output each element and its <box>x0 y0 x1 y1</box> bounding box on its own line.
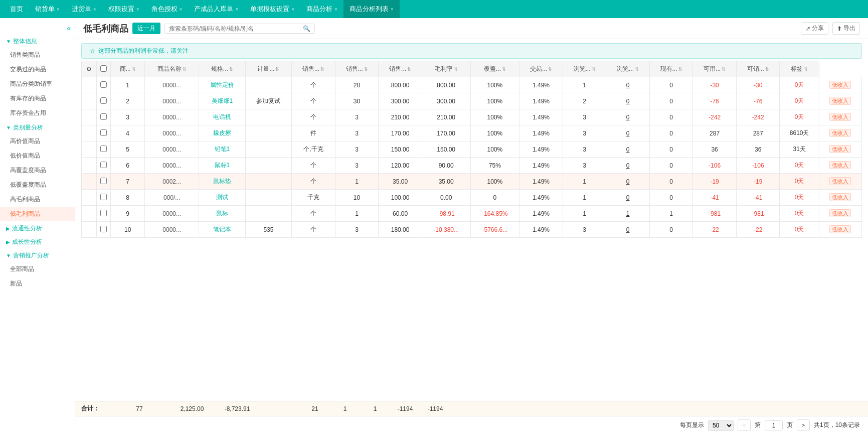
row-gear[interactable] <box>82 93 97 109</box>
col-profit[interactable]: 销售...⇅ <box>379 61 422 77</box>
prev-page-btn[interactable]: ＜ <box>738 419 751 431</box>
nav-item-products[interactable]: 产成品入库单 × <box>188 0 244 18</box>
nav-item-template[interactable]: 单据模板设置 × <box>244 0 300 18</box>
sidebar-collapse-btn[interactable]: « <box>0 22 75 34</box>
col-spec[interactable]: 规格...⇅ <box>199 61 246 77</box>
search-icon[interactable]: 🔍 <box>303 25 310 32</box>
nav-item-sales[interactable]: 销货单 × <box>29 0 66 18</box>
row-name[interactable]: 铅笔1 <box>199 141 246 158</box>
sidebar-item-high-value[interactable]: 高价值商品 <box>0 134 75 149</box>
col-current[interactable]: 现有...⇅ <box>649 61 693 77</box>
sidebar-item-high-margin[interactable]: 高毛利商品 <box>0 192 75 207</box>
col-views1[interactable]: 浏览...⇅ <box>563 61 606 77</box>
row-views1[interactable]: 0 <box>606 158 650 174</box>
row-checkbox[interactable] <box>97 222 111 238</box>
sidebar-group-marketing[interactable]: ▼ 营销推广分析 <box>0 248 75 262</box>
row-checkbox[interactable] <box>97 206 111 222</box>
row-views1[interactable]: 0 <box>606 174 650 190</box>
row-views1[interactable]: 0 <box>606 109 650 125</box>
row-checkbox[interactable] <box>97 174 111 190</box>
row-views1[interactable]: 0 <box>606 93 650 109</box>
sidebar-item-low-value[interactable]: 低价值商品 <box>0 149 75 163</box>
col-qty[interactable]: 销售...⇅ <box>292 61 335 77</box>
row-name[interactable]: 测试 <box>199 190 246 206</box>
export-btn[interactable]: ⬆ 导出 <box>832 22 860 35</box>
row-gear[interactable] <box>82 222 97 238</box>
col-trades[interactable]: 交易...⇅ <box>519 61 563 77</box>
nav-close-sales[interactable]: × <box>57 7 60 12</box>
row-checkbox[interactable] <box>97 109 111 125</box>
row-views1[interactable]: 1 <box>606 206 650 222</box>
nav-item-analysis[interactable]: 商品分析 × <box>300 0 343 18</box>
nav-close-roles[interactable]: × <box>180 7 183 12</box>
row-name[interactable]: 鼠标1 <box>199 158 246 174</box>
col-code[interactable]: 商...⇅ <box>111 61 145 77</box>
sidebar-item-new-goods[interactable]: 新品 <box>0 276 75 291</box>
sidebar-group-flow[interactable]: ▶ 流通性分析 <box>0 221 75 235</box>
row-gear[interactable] <box>82 125 97 141</box>
nav-close-analysis[interactable]: × <box>334 7 337 12</box>
row-gear[interactable] <box>82 206 97 222</box>
sidebar-item-category-rate[interactable]: 商品分类助销率 <box>0 77 75 91</box>
sidebar-item-traded-goods[interactable]: 交易过的商品 <box>0 62 75 77</box>
share-btn[interactable]: ↗ 分享 <box>801 22 828 35</box>
row-gear[interactable] <box>82 141 97 158</box>
row-checkbox[interactable] <box>97 158 111 174</box>
sidebar-item-all-goods[interactable]: 全部商品 <box>0 262 75 276</box>
row-views1[interactable]: 0 <box>606 77 650 93</box>
col-available[interactable]: 可用...⇅ <box>693 61 737 77</box>
col-amount[interactable]: 销售...⇅ <box>335 61 379 77</box>
row-views1[interactable]: 0 <box>606 222 650 238</box>
col-tag[interactable]: 标签⇅ <box>780 61 819 77</box>
row-name[interactable]: 鼠标垫 <box>199 174 246 190</box>
col-name[interactable]: 商品名称⇅ <box>145 61 199 77</box>
col-gear[interactable]: ⚙ <box>82 61 97 77</box>
row-gear[interactable] <box>82 190 97 206</box>
row-gear[interactable] <box>82 174 97 190</box>
nav-close-permissions[interactable]: × <box>136 7 139 12</box>
select-all-checkbox[interactable] <box>100 65 107 72</box>
nav-item-roles[interactable]: 角色授权 × <box>145 0 189 18</box>
nav-close-template[interactable]: × <box>291 7 294 12</box>
row-views1[interactable]: 0 <box>606 141 650 158</box>
row-gear[interactable] <box>82 158 97 174</box>
col-unit[interactable]: 计量...⇅ <box>245 61 292 77</box>
sidebar-item-inventory-goods[interactable]: 有库存的商品 <box>0 91 75 106</box>
sidebar-item-sales-goods[interactable]: 销售类商品 <box>0 48 75 62</box>
row-gear[interactable] <box>82 77 97 93</box>
row-name[interactable]: 电话机 <box>199 109 246 125</box>
col-margin[interactable]: 毛利率⇅ <box>422 61 470 77</box>
current-page-input[interactable] <box>765 420 783 430</box>
nav-close-analysis-list[interactable]: × <box>391 7 394 12</box>
row-checkbox[interactable] <box>97 125 111 141</box>
sidebar-item-high-coverage[interactable]: 高覆盖度商品 <box>0 163 75 178</box>
filter-month-btn[interactable]: 近一月 <box>132 23 160 34</box>
nav-item-purchase[interactable]: 进货单 × <box>66 0 102 18</box>
sidebar-group-overall[interactable]: ▼ 整体信息 <box>0 34 75 48</box>
row-checkbox[interactable] <box>97 77 111 93</box>
row-name[interactable]: 吴细细1 <box>199 93 246 109</box>
row-views1[interactable]: 0 <box>606 190 650 206</box>
row-checkbox[interactable] <box>97 141 111 158</box>
nav-close-purchase[interactable]: × <box>93 7 96 12</box>
col-coverage[interactable]: 覆盖...⇅ <box>470 61 519 77</box>
nav-item-permissions[interactable]: 权限设置 × <box>102 0 145 18</box>
row-name[interactable]: 橡皮擦 <box>199 125 246 141</box>
search-input[interactable] <box>169 25 303 32</box>
nav-item-home[interactable]: 首页 <box>4 0 29 18</box>
row-checkbox[interactable] <box>97 93 111 109</box>
row-name[interactable]: 属性定价 <box>199 77 246 93</box>
sidebar-group-category[interactable]: ▼ 类别量分析 <box>0 120 75 134</box>
col-checkbox[interactable] <box>97 61 111 77</box>
next-page-btn[interactable]: ＞ <box>797 419 810 431</box>
row-name[interactable]: 鼠标 <box>199 206 246 222</box>
row-checkbox[interactable] <box>97 190 111 206</box>
sidebar-group-growth[interactable]: ▶ 成长性分析 <box>0 235 75 248</box>
row-views1[interactable]: 0 <box>606 125 650 141</box>
per-page-select[interactable]: 50 100 200 <box>708 420 734 431</box>
nav-close-products[interactable]: × <box>235 7 238 12</box>
nav-item-analysis-list[interactable]: 商品分析列表 × <box>343 0 400 18</box>
col-saleable[interactable]: 可销...⇅ <box>736 61 780 77</box>
row-name[interactable]: 笔记本 <box>199 222 246 238</box>
sidebar-item-low-coverage[interactable]: 低覆盖度商品 <box>0 178 75 192</box>
